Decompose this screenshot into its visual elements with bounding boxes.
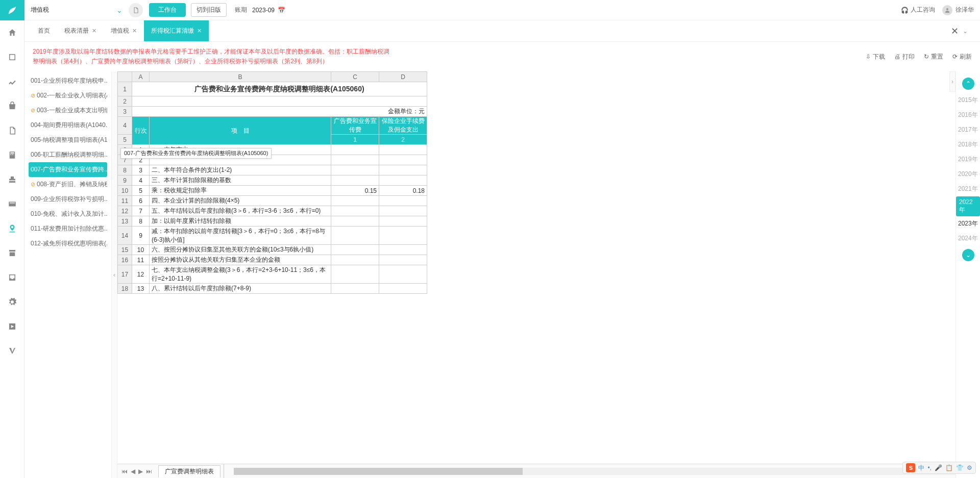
cell[interactable] <box>331 255 379 265</box>
nav-inbox-icon[interactable] <box>0 265 24 290</box>
cell[interactable]: 12 <box>132 265 150 284</box>
app-logo[interactable] <box>0 0 24 20</box>
row-header[interactable]: 4 <box>118 117 132 135</box>
col-header-d[interactable]: D <box>379 72 427 82</box>
close-icon[interactable]: ✕ <box>197 28 202 34</box>
cell[interactable] <box>331 245 379 255</box>
year-item[interactable]: 2017年 <box>956 122 980 137</box>
corner-cell[interactable] <box>118 72 132 82</box>
cell[interactable] <box>379 227 427 245</box>
help-link[interactable]: 🎧 人工咨询 <box>901 6 935 14</box>
row-header[interactable]: 5 <box>118 135 132 145</box>
report-list-item[interactable]: 001-企业所得税年度纳税申... <box>29 73 107 88</box>
cell[interactable] <box>379 206 427 216</box>
cell[interactable] <box>379 175 427 186</box>
header-rownum[interactable]: 行次 <box>132 117 150 145</box>
expand-right-handle[interactable]: › <box>949 71 955 92</box>
header-col-c[interactable]: 广告费和业务宣传费 <box>331 117 379 135</box>
header-col-d[interactable]: 保险企业手续费及佣金支出 <box>379 117 427 135</box>
ime-skin-icon[interactable]: 👕 <box>956 464 964 471</box>
cell[interactable]: 四、本企业计算的扣除限额(4×5) <box>150 196 331 206</box>
cell[interactable]: 5 <box>132 186 150 196</box>
nav-archive-icon[interactable] <box>0 241 24 265</box>
reset-button[interactable]: ↻重置 <box>924 53 943 61</box>
header-project[interactable]: 项 目 <box>150 117 331 145</box>
cell[interactable] <box>331 155 379 165</box>
cell[interactable]: 6 <box>132 196 150 206</box>
user-menu[interactable]: 徐泽华 <box>942 5 974 15</box>
close-icon[interactable]: ✕ <box>132 28 137 34</box>
cell[interactable] <box>331 284 379 294</box>
row-header[interactable]: 15 <box>118 245 132 255</box>
page-tab[interactable]: 首页 <box>31 20 57 41</box>
nav-v-icon[interactable] <box>0 339 24 363</box>
row-header[interactable]: 10 <box>118 186 132 196</box>
close-icon[interactable]: ✕ <box>92 28 96 34</box>
download-button[interactable]: ⇩下载 <box>866 53 885 61</box>
report-list-item[interactable]: 010-免税、减计收入及加计... <box>29 207 107 221</box>
report-list-item[interactable]: 004-期间费用明细表(A1040... <box>29 118 107 133</box>
cell[interactable]: 加：以前年度累计结转扣除额 <box>150 216 331 227</box>
year-item[interactable]: 2021年 <box>956 182 980 196</box>
sheet-split-handle[interactable] <box>224 464 229 478</box>
col-header-a[interactable]: A <box>132 72 150 82</box>
nav-bag-icon[interactable] <box>0 94 24 118</box>
year-item[interactable]: 2022年 <box>956 196 980 216</box>
cell[interactable]: 8 <box>132 216 150 227</box>
cell[interactable]: 0.18 <box>379 186 427 196</box>
col-header-c[interactable]: C <box>331 72 379 82</box>
row-header[interactable]: 2 <box>118 96 132 107</box>
cell[interactable]: 9 <box>132 227 150 245</box>
cell[interactable]: 11 <box>132 255 150 265</box>
old-version-button[interactable]: 切到旧版 <box>191 3 227 17</box>
note-icon-button[interactable] <box>129 3 143 17</box>
nav-home-icon[interactable] <box>0 20 24 45</box>
nav-card-icon[interactable] <box>0 192 24 216</box>
row-header[interactable]: 9 <box>118 175 132 186</box>
cell[interactable]: 4 <box>132 175 150 186</box>
year-item[interactable]: 2020年 <box>956 167 980 182</box>
company-selector[interactable]: 增值税 ⌄ <box>31 6 122 14</box>
collapse-left-handle[interactable]: ‹ <box>111 71 117 478</box>
cell[interactable] <box>331 175 379 186</box>
cell[interactable]: 六、按照分摊协议归集至其他关联方的金额(10≤3与6孰小值) <box>150 245 331 255</box>
row-header[interactable]: 17 <box>118 265 132 284</box>
cell[interactable] <box>379 216 427 227</box>
nav-doc-icon[interactable] <box>0 118 24 143</box>
cell[interactable]: 五、本年结转以后年度扣除额(3＞6，本行=3-6；3≤6，本行=0) <box>150 206 331 216</box>
row-header[interactable]: 18 <box>118 284 132 294</box>
report-list-item[interactable]: 009-企业所得税弥补亏损明... <box>29 192 107 207</box>
sheet-nav-first[interactable]: ⏮ <box>121 468 128 475</box>
page-tab[interactable]: 税表清册✕ <box>57 20 104 41</box>
ime-logo[interactable]: S <box>906 463 915 472</box>
cell[interactable]: 三、本年计算扣除限额的基数 <box>150 175 331 186</box>
nav-book-icon[interactable] <box>0 45 24 69</box>
report-list-item[interactable]: 012-减免所得税优惠明细表(... <box>29 236 107 251</box>
report-list-item[interactable]: 007-广告费和业务宣传费跨... <box>29 162 107 177</box>
row-header[interactable]: 14 <box>118 227 132 245</box>
col-header-b[interactable]: B <box>150 72 331 82</box>
nav-gear-icon[interactable] <box>0 290 24 314</box>
cell[interactable]: 七、本年支出纳税调整金额(3＞6，本行=2+3-6+10-11；3≤6，本行=2… <box>150 265 331 284</box>
nav-calc-icon[interactable] <box>0 143 24 167</box>
ime-voice-icon[interactable]: 🎤 <box>935 464 942 471</box>
row-header[interactable]: 8 <box>118 165 132 175</box>
print-button[interactable]: 🖨打印 <box>894 53 915 61</box>
page-tab[interactable]: 所得税汇算清缴✕ <box>144 20 209 41</box>
year-up-button[interactable]: ⌃ <box>962 78 974 90</box>
row-header[interactable]: 11 <box>118 196 132 206</box>
cell[interactable] <box>331 206 379 216</box>
nav-tax-icon[interactable] <box>0 216 24 241</box>
ime-settings-icon[interactable]: ⚙ <box>967 464 972 471</box>
workbench-button[interactable]: 工作台 <box>149 3 186 17</box>
cell[interactable]: 13 <box>132 284 150 294</box>
report-list-item[interactable]: ⊘008-资产折旧、摊销及纳税... <box>29 177 107 192</box>
nav-play-icon[interactable] <box>0 314 24 339</box>
cell[interactable] <box>331 145 379 155</box>
year-down-button[interactable]: ⌄ <box>962 249 974 261</box>
nav-chart-icon[interactable] <box>0 69 24 94</box>
cell[interactable] <box>331 165 379 175</box>
nav-stamp-icon[interactable] <box>0 167 24 192</box>
row-header[interactable]: 3 <box>118 107 132 117</box>
sheet-nav-prev[interactable]: ◀ <box>131 468 135 475</box>
